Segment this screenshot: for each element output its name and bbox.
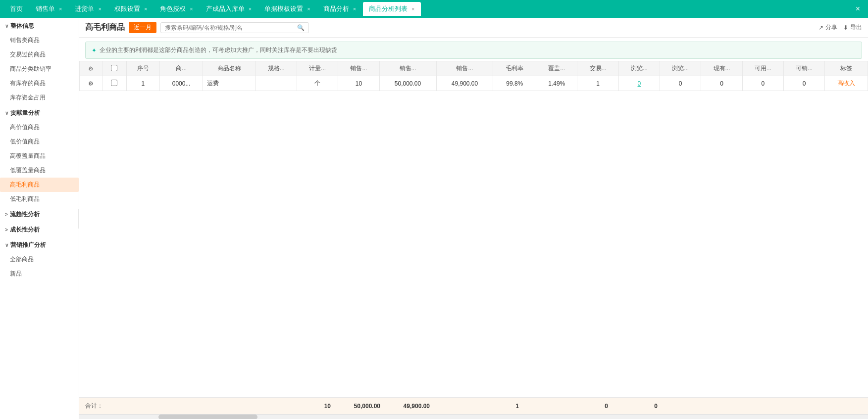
group-arrow-icon: > — [5, 212, 8, 217]
cell-check[interactable] — [102, 76, 126, 91]
group-arrow-icon: ∨ — [5, 110, 8, 116]
cell-unit: 个 — [297, 76, 338, 91]
row-settings-icon[interactable]: ⚙ — [88, 80, 94, 87]
col-header-sales_amount[interactable]: 销售... — [379, 61, 436, 76]
col-header-trade_count[interactable]: 交易... — [577, 61, 618, 76]
footer-current-stock: 0 — [568, 403, 608, 410]
info-bar: ✦ 企业的主要的利润都是这部分商品创造的，可考虑加大推广，同时关注库存是不要出现… — [85, 42, 862, 59]
search-icon[interactable]: 🔍 — [297, 24, 305, 31]
nav-close-产成品入库单[interactable]: × — [249, 6, 252, 12]
cell-browse1[interactable]: 0 — [618, 76, 660, 91]
col-header-browse2[interactable]: 浏览... — [660, 61, 701, 76]
window-close-button[interactable]: × — [852, 4, 864, 13]
sidebar-item-高价值商品[interactable]: 高价值商品 — [0, 120, 79, 135]
sidebar-item-新品[interactable]: 新品 — [0, 267, 79, 281]
sidebar-group-成长性分析[interactable]: >成长性分析 — [0, 222, 79, 237]
export-button[interactable]: ⬇ 导出 — [843, 23, 862, 32]
cell-trade_count: 1 — [577, 76, 618, 91]
cell-coverage: 1.49% — [536, 76, 577, 91]
sidebar-item-低毛利商品[interactable]: 低毛利商品 — [0, 192, 79, 206]
col-header-unit[interactable]: 计量... — [297, 61, 338, 76]
nav-close-进货单[interactable]: × — [98, 6, 101, 12]
sidebar-item-高覆盖量商品[interactable]: 高覆盖量商品 — [0, 149, 79, 163]
sidebar-item-有库存的商品[interactable]: 有库存的商品 — [0, 76, 79, 91]
col-header-spec[interactable]: 规格... — [255, 61, 297, 76]
sidebar-collapse-button[interactable]: « — [78, 209, 79, 229]
col-header-check[interactable] — [102, 61, 126, 76]
sidebar-group-整体信息[interactable]: ∨整体信息 — [0, 18, 79, 33]
export-icon: ⬇ — [843, 24, 848, 31]
nav-close-角色授权[interactable]: × — [190, 6, 193, 12]
col-header-browse1[interactable]: 浏览... — [618, 61, 660, 76]
cell-no: 1 — [126, 76, 159, 91]
main-layout: « ∨整体信息销售类商品交易过的商品商品分类助销率有库存的商品库存资金占用∨贡献… — [0, 18, 868, 419]
nav-item-单据模板设置[interactable]: 单据模板设置× — [258, 2, 316, 16]
settings-icon[interactable]: ⚙ — [88, 65, 94, 72]
group-arrow-icon: > — [5, 227, 8, 233]
nav-item-商品分析列表[interactable]: 商品分析列表× — [363, 2, 420, 16]
search-input[interactable] — [165, 24, 295, 31]
cell-current_stock: 0 — [701, 76, 742, 91]
table-row: ⚙10000...运费个1050,000.0049,900.0099.8%1.4… — [80, 76, 868, 91]
nav-item-角色授权[interactable]: 角色授权× — [154, 2, 199, 16]
col-header-available_stock[interactable]: 可用... — [742, 61, 783, 76]
col-header-current_stock[interactable]: 现有... — [701, 61, 742, 76]
sidebar-group-贡献量分析[interactable]: ∨贡献量分析 — [0, 105, 79, 120]
sidebar-item-低价值商品[interactable]: 低价值商品 — [0, 135, 79, 149]
cell-available_stock: 0 — [742, 76, 783, 91]
footer-sales-amount: 50,000.00 — [341, 403, 380, 410]
nav-item-进货单[interactable]: 进货单× — [69, 2, 107, 16]
col-header-settings[interactable]: ⚙ — [80, 61, 102, 76]
sidebar-group-流趋性分析[interactable]: >流趋性分析 — [0, 206, 79, 222]
nav-item-商品分析[interactable]: 商品分析× — [317, 2, 362, 16]
row-checkbox[interactable] — [111, 80, 117, 86]
sidebar-item-商品分类助销率[interactable]: 商品分类助销率 — [0, 62, 79, 76]
cell-settings[interactable]: ⚙ — [80, 76, 102, 91]
nav-item-权限设置[interactable]: 权限设置× — [108, 2, 153, 16]
nav-close-商品分析[interactable]: × — [353, 6, 356, 12]
filter-recent-month-button[interactable]: 近一月 — [129, 22, 156, 33]
nav-close-单据模板设置[interactable]: × — [307, 6, 310, 12]
header-actions: ↗ 分享 ⬇ 导出 — [818, 23, 862, 32]
col-header-sales_cost[interactable]: 销售... — [436, 61, 493, 76]
info-icon: ✦ — [92, 47, 97, 54]
col-header-sales_qty[interactable]: 销售... — [338, 61, 379, 76]
group-arrow-icon: ∨ — [5, 242, 8, 248]
col-header-coverage[interactable]: 覆盖... — [536, 61, 577, 76]
page-title: 高毛利商品 — [85, 22, 125, 33]
sidebar-item-全部商品[interactable]: 全部商品 — [0, 252, 79, 267]
col-header-tag[interactable]: 标签 — [825, 61, 868, 76]
group-arrow-icon: ∨ — [5, 23, 8, 29]
cell-code: 0000... — [159, 76, 203, 91]
footer-sales-cost: 49,900.00 — [390, 403, 430, 410]
scroll-thumb[interactable] — [158, 415, 257, 419]
nav-close-权限设置[interactable]: × — [144, 6, 147, 12]
nav-item-首页[interactable]: 首页 — [4, 2, 29, 16]
select-all-checkbox[interactable] — [111, 65, 117, 71]
nav-close-商品分析列表[interactable]: × — [411, 6, 414, 12]
table-footer: 合计： 10 50,000.00 49,900.00 1 0 0 — [79, 397, 868, 414]
sidebar-item-高毛利商品[interactable]: 高毛利商品 — [0, 178, 79, 192]
share-button[interactable]: ↗ 分享 — [818, 23, 837, 32]
sidebar-item-库存资金占用[interactable]: 库存资金占用 — [0, 91, 79, 105]
col-header-code[interactable]: 商... — [159, 61, 203, 76]
search-box: 🔍 — [160, 22, 309, 33]
data-table: ⚙序号商...商品名称规格...计量...销售...销售...销售...毛利率覆… — [79, 61, 868, 91]
col-header-gross_margin[interactable]: 毛利率 — [493, 61, 536, 76]
sidebar-item-交易过的商品[interactable]: 交易过的商品 — [0, 47, 79, 62]
sidebar-item-低覆盖量商品[interactable]: 低覆盖量商品 — [0, 163, 79, 178]
sidebar-item-销售类商品[interactable]: 销售类商品 — [0, 33, 79, 47]
sidebar-group-营销推广分析[interactable]: ∨营销推广分析 — [0, 237, 79, 252]
tag-label: 高收入 — [837, 80, 855, 87]
footer-available-stock: 0 — [618, 403, 658, 410]
nav-close-销售单[interactable]: × — [59, 6, 62, 12]
nav-item-销售单[interactable]: 销售单× — [30, 2, 68, 16]
horizontal-scrollbar[interactable] — [79, 414, 868, 419]
info-message: 企业的主要的利润都是这部分商品创造的，可考虑加大推广，同时关注库存是不要出现缺货 — [100, 46, 337, 54]
col-header-no[interactable]: 序号 — [126, 61, 159, 76]
col-header-name[interactable]: 商品名称 — [203, 61, 255, 76]
link-browse1[interactable]: 0 — [638, 80, 641, 87]
nav-item-产成品入库单[interactable]: 产成品入库单× — [200, 2, 257, 16]
cell-spec — [255, 76, 297, 91]
col-header-sellable_stock[interactable]: 可销... — [784, 61, 825, 76]
